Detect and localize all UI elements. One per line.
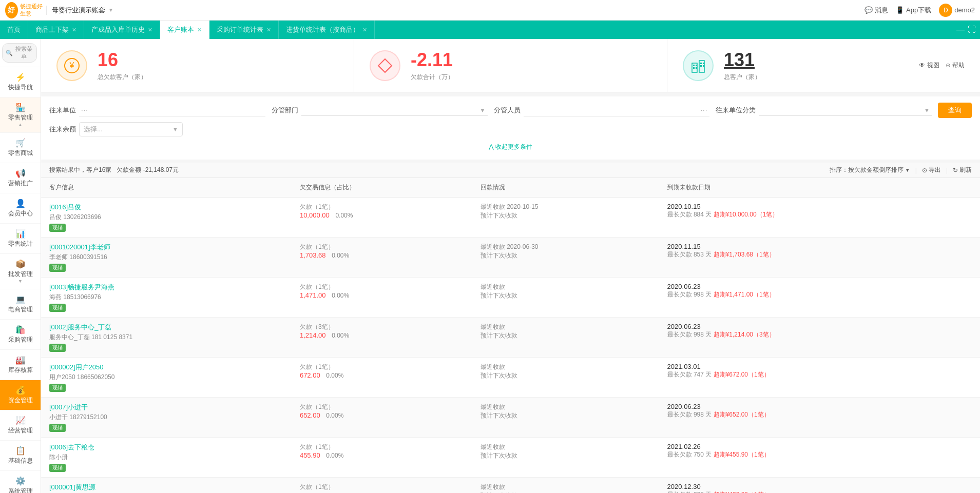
window-expand-icon[interactable]: ⛶	[968, 25, 976, 34]
refresh-button[interactable]: ↻ 刷新	[953, 166, 972, 174]
manager-input[interactable]: ···	[524, 104, 710, 116]
customer-name-4[interactable]: [000002]用户2050	[49, 363, 283, 372]
sidebar-item-ecommerce[interactable]: 💻 电商管理	[0, 289, 41, 320]
overdue-text-3[interactable]: 超期¥1,214.00（3笔）	[714, 331, 775, 338]
sidebar-item-basic-info-label: 基础信息	[8, 457, 33, 465]
view-button[interactable]: 👁 视图	[919, 61, 939, 70]
amount-value-1[interactable]: 1,703.68	[300, 251, 326, 259]
tab-production[interactable]: 产成品入库单历史 ✕	[84, 21, 160, 39]
overdue-text-1[interactable]: 超期¥1,703.68（1笔）	[714, 251, 775, 258]
customer-name-5[interactable]: [0007]小进干	[49, 403, 283, 412]
overdue-text-2[interactable]: 超期¥1,471.00（1笔）	[714, 291, 775, 298]
amount-value-4[interactable]: 672.00	[300, 371, 320, 379]
filter-source-unit: 往来单位 ···	[49, 104, 265, 116]
tab-purchase-order[interactable]: 采购订单统计表 ✕	[209, 21, 279, 39]
customer-sub-0: 吕俊 13026203696	[49, 213, 283, 222]
amount-value-5[interactable]: 652.00	[300, 411, 320, 419]
sidebar-item-capital[interactable]: 💰 资金管理	[0, 380, 41, 410]
result-actions: 排序：按欠款金额倒序排序 ▼ | ⊙ 导出 | ↻ 刷新	[830, 166, 972, 174]
last-collect-7: 最近收款	[481, 483, 651, 491]
cell-customer-info-2: [0003]畅捷服务尹海燕 海燕 18513066976 现销	[41, 278, 292, 318]
balance-placeholder: 选择...	[84, 125, 103, 134]
tab-customer-account[interactable]: 客户账本 ✕	[160, 21, 209, 39]
export-label: 导出	[929, 166, 941, 174]
sidebar-item-operation[interactable]: 📈 经营管理	[0, 410, 41, 441]
source-unit-input[interactable]: ···	[79, 104, 265, 116]
amount-value-0[interactable]: 10,000.00	[300, 211, 330, 219]
customer-sub-4: 用户2050 18665062050	[49, 373, 283, 382]
dept-select[interactable]: ▼	[301, 105, 488, 116]
message-button[interactable]: 💬 消息	[864, 6, 888, 15]
filter-unit-category: 往来单位分类 ▼	[716, 105, 932, 116]
query-button[interactable]: 查询	[938, 103, 972, 118]
sidebar-item-batch-mgmt[interactable]: 📦 批发管理 ▼	[0, 254, 41, 289]
amount-value-2[interactable]: 1,471.00	[300, 291, 326, 299]
amount-value-3[interactable]: 1,214.00	[300, 331, 326, 339]
overdue-text-7[interactable]: 超期¥429.00（1笔）	[714, 491, 770, 493]
svg-rect-10	[703, 63, 704, 64]
company-selector[interactable]: 母婴行业演示账套 ▼	[46, 6, 119, 15]
chevron-down-icon: ▲	[18, 122, 23, 127]
overdue-text-6[interactable]: 超期¥455.90（1笔）	[714, 451, 770, 458]
collapse-button[interactable]: ⋀ 收起更多条件	[49, 141, 972, 153]
sort-icon: ▼	[905, 167, 910, 173]
unit-category-label: 往来单位分类	[716, 106, 756, 115]
customer-name-3[interactable]: [0002]服务中心_丁磊	[49, 323, 283, 332]
tab-home[interactable]: 首页	[0, 21, 28, 39]
app-download-button[interactable]: 📱 App下载	[896, 6, 931, 15]
tab-customer-account-close[interactable]: ✕	[197, 27, 202, 33]
sidebar-item-inventory[interactable]: 🏭 库存核算	[0, 350, 41, 380]
table-row: [0003]畅捷服务尹海燕 海燕 18513066976 现销 欠款（1笔） 1…	[41, 278, 980, 318]
customer-name-2[interactable]: [0003]畅捷服务尹海燕	[49, 283, 283, 292]
sidebar-item-basic-info[interactable]: 📋 基础信息	[0, 441, 41, 471]
tab-production-close[interactable]: ✕	[148, 27, 152, 33]
overdue-text-5[interactable]: 超期¥652.00（1笔）	[714, 411, 770, 418]
balance-select[interactable]: 选择... ▼	[79, 122, 183, 136]
sidebar-item-system[interactable]: ⚙️ 系统管理	[0, 471, 41, 493]
tab-purchase-order-close[interactable]: ✕	[266, 27, 271, 33]
due-date-6: 2021.02.26	[667, 443, 972, 450]
tab-stock-stats[interactable]: 进货单统计表（按商品） ✕	[279, 21, 375, 39]
customer-name-7[interactable]: [000001]黄思源	[49, 483, 283, 492]
help-button[interactable]: ⊙ 帮助	[946, 61, 965, 70]
tab-goods-close[interactable]: ✕	[72, 27, 76, 33]
sidebar-search-box[interactable]: 🔍 搜索菜单	[2, 43, 37, 63]
overdue-info-1: 最长欠款 853 天 超期¥1,703.68（1笔）	[667, 250, 972, 259]
export-button[interactable]: ⊙ 导出	[922, 166, 941, 174]
quick-nav-icon: ⚡	[15, 72, 26, 82]
svg-rect-7	[693, 67, 695, 69]
cell-collection-4: 最近收款 预计下次收款	[472, 358, 659, 398]
overdue-text-4[interactable]: 超期¥672.00（1笔）	[714, 371, 770, 378]
sort-button[interactable]: 排序：按欠款金额倒序排序 ▼	[830, 166, 910, 174]
cell-customer-info-6: [0006]去下粮仓 陈小册 现销	[41, 438, 292, 478]
next-collect-3: 预计下次收款	[481, 331, 651, 340]
main-layout: 🔍 搜索菜单 ⚡ 快捷导航 🏪 零售管理 ▲ 🛒 零售商城 📢 营销推广 👤 会…	[0, 39, 980, 493]
sidebar-item-retail-mgmt[interactable]: 🏪 零售管理 ▲	[0, 97, 41, 133]
cell-collection-2: 最近收款 预计下次收款	[472, 278, 659, 318]
user-menu[interactable]: D demo2	[939, 4, 975, 17]
table-row: [000001]黄思源 黄思源 13552700226 现销 欠款（1笔） 42…	[41, 478, 980, 494]
window-minimize-icon[interactable]: —	[956, 25, 965, 34]
main-content: ¥ 16 总欠款客户（家） -2.11 欠款合计（万）	[41, 39, 980, 493]
customer-name-1[interactable]: [0001020001]李老师	[49, 243, 283, 252]
overdue-text-0[interactable]: 超期¥10,000.00（1笔）	[714, 211, 779, 218]
col-debt-info: 欠交易信息（占比）	[292, 178, 472, 198]
cell-due-date-0: 2020.10.15 最长欠款 884 天 超期¥10,000.00（1笔）	[659, 198, 980, 238]
result-amount: 欠款金额 -21,148.07元	[117, 166, 179, 174]
unit-category-select[interactable]: ▼	[759, 105, 932, 116]
sidebar-item-member[interactable]: 👤 会员中心	[0, 193, 41, 224]
sidebar-item-quick-nav[interactable]: ⚡ 快捷导航	[0, 67, 41, 97]
customer-name-0[interactable]: [0016]吕俊	[49, 203, 283, 212]
customer-name-6[interactable]: [0006]去下粮仓	[49, 443, 283, 452]
overdue-info-6: 最长欠款 750 天 超期¥455.90（1笔）	[667, 450, 972, 459]
chevron-down-icon-2: ▼	[18, 279, 23, 284]
sidebar-item-retail-stats[interactable]: 📊 零售统计	[0, 224, 41, 254]
sidebar-item-purchase[interactable]: 🛍️ 采购管理	[0, 320, 41, 350]
debt-desc-2: 欠款（1笔）	[300, 283, 464, 291]
amount-value-6[interactable]: 455.90	[300, 451, 320, 459]
username-label: demo2	[954, 6, 975, 14]
sidebar-item-marketing[interactable]: 📢 营销推广	[0, 163, 41, 193]
tab-goods[interactable]: 商品上下架 ✕	[28, 21, 84, 39]
tab-stock-stats-close[interactable]: ✕	[362, 27, 367, 33]
sidebar-item-retail-store[interactable]: 🛒 零售商城	[0, 133, 41, 163]
